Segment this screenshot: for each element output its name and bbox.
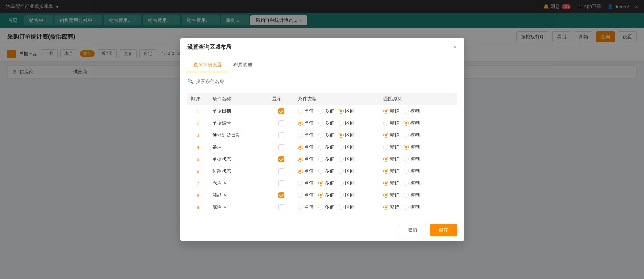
tab-query-fields[interactable]: 查询字段设置 xyxy=(187,58,228,72)
modal-header: 设置查询区域布局 × 查询字段设置 布局调整 xyxy=(180,38,464,72)
tab-layout[interactable]: 布局调整 xyxy=(228,58,258,72)
modal-tabs: 查询字段设置 布局调整 xyxy=(187,58,457,72)
modal-search-area: 🔍 xyxy=(187,78,457,82)
search-input[interactable] xyxy=(196,79,457,83)
modal-close-button[interactable]: × xyxy=(453,43,457,55)
modal-overlay: 设置查询区域布局 × 查询字段设置 布局调整 🔍 xyxy=(0,0,644,82)
modal-body: 🔍 顺序 条件名称 显示 条件类型 匹配原则 xyxy=(180,72,464,82)
modal-title: 设置查询区域布局 xyxy=(187,44,231,55)
settings-modal: 设置查询区域布局 × 查询字段设置 布局调整 🔍 xyxy=(180,38,464,82)
search-icon: 🔍 xyxy=(187,78,194,82)
